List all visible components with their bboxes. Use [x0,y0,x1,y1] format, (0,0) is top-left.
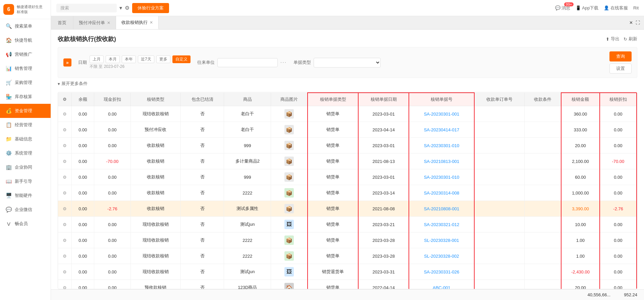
app-download[interactable]: 📱 App下载 [576,5,598,11]
filter-action-btns: 查询 设置 [609,51,632,74]
message-badge[interactable]: 💬 消息 99+ [555,5,571,11]
settings-button[interactable]: 设置 [609,63,632,74]
verify-no-link[interactable]: SA-20230314-008 [424,190,460,196]
user-name[interactable]: Rit [633,5,639,10]
cell-include_settled: 否 [181,154,224,169]
verify-no-link[interactable]: SA-20210813-001 [424,159,460,164]
date-btn-more[interactable]: 更多 [156,55,170,63]
sidebar-item-finance[interactable]: 💰资金管理 [0,104,51,118]
sidebar-item-hardware[interactable]: 🖥️智能硬件 [0,188,51,203]
row-settings-icon[interactable]: ⚙ [63,190,67,196]
settings-icon[interactable]: ⚙ [125,5,129,11]
date-btn-this-month[interactable]: 本月 [106,55,120,63]
row-settings-icon[interactable]: ⚙ [63,159,67,164]
cell-verify_no[interactable]: SA-20230301-010 [409,169,474,185]
sidebar-item-operation[interactable]: 📋经营管理 [0,118,51,132]
tab-expand-icon[interactable]: ⛶ [636,20,640,25]
row-settings-icon[interactable]: ⚙ [63,238,67,243]
expand-conditions-btn[interactable]: ▾ 展开更多条件 [58,81,637,87]
hardware-icon: 🖥️ [5,192,12,199]
cell-receipt_order_no [474,280,525,290]
verify-no-link[interactable]: SA-20230321-012 [424,222,460,227]
cell-verify_no[interactable]: SA-20210808-001 [409,201,474,217]
cell-verify_no[interactable]: SA-20230331-026 [409,264,474,280]
verify-no-link[interactable]: SA-20230301-010 [424,175,460,180]
sidebar-item-shortcut[interactable]: 🏠快捷导航 [0,33,51,47]
verify-no-link[interactable]: SL-20230328-001 [424,238,459,243]
filter-expand-btn[interactable]: » [63,58,71,67]
cell-verify_no[interactable]: ABC-001 [409,280,474,290]
row-settings-icon[interactable]: ⚙ [63,254,67,259]
solution-button[interactable]: 休验行业方案 [132,3,169,13]
sidebar-item-system[interactable]: ⚙️系统管理 [0,146,51,160]
cell-settings: ⚙ [58,185,71,201]
goods-thumbnail: 📦 [284,141,294,150]
tab-home[interactable]: 首页 [51,16,73,29]
row-settings-icon[interactable]: ⚙ [63,175,67,180]
query-button[interactable]: 查询 [609,51,632,61]
date-btn-this-year[interactable]: 本年 [122,55,136,63]
tab-close-collection[interactable]: ✕ [150,20,153,25]
cell-receipt_order_no [474,106,525,122]
sidebar-item-sales[interactable]: 📊销售管理 [0,61,51,76]
export-button[interactable]: ⬆ 导出 [606,36,620,42]
footer-verify-amount: 40,556,66... [588,292,611,297]
dropdown-icon[interactable]: ▾ [119,5,122,11]
sidebar-item-purchase[interactable]: 🛒采购管理 [0,76,51,90]
verify-no-link[interactable]: SA-20230414-017 [424,127,460,132]
row-settings-icon[interactable]: ⚙ [63,222,67,227]
tab-collection[interactable]: 收款核销执行 ✕ [116,16,159,29]
cell-include_settled: 否 [181,106,224,122]
date-btn-last-month[interactable]: 上月 [90,55,104,63]
verify-no-link[interactable]: SA-20230331-026 [424,269,460,274]
refresh-button[interactable]: ↻ 刷新 [624,36,637,42]
date-btn-custom[interactable]: 自定义 [172,55,191,63]
verify-no-link[interactable]: SA-20210808-001 [424,206,460,211]
cell-goods: 多计量商品2 [224,154,271,169]
col-header-verify_discount: 核销折扣 [600,93,637,106]
row-settings-icon[interactable]: ⚙ [63,206,67,211]
cell-receipt_order_no [474,264,525,280]
online-service[interactable]: 👤 在线客服 [604,5,628,11]
counterpart-more-btn[interactable]: ··· [280,59,287,66]
date-btn-7days[interactable]: 近7天 [138,55,154,63]
cell-balance: 0.00 [71,169,94,185]
sidebar-item-wechat[interactable]: 💬企业微信 [0,203,51,217]
cell-verify_no[interactable]: SL-20230328-001 [409,232,474,248]
sidebar-item-enterprise[interactable]: 🏢企业协同 [0,160,51,174]
voucher-type-select[interactable] [314,58,381,68]
row-settings-icon[interactable]: ⚙ [63,112,67,117]
marketing-icon: 📢 [5,51,12,57]
row-settings-icon[interactable]: ⚙ [63,285,67,290]
verify-no-link[interactable]: ABC-001 [433,285,450,290]
sidebar-item-inventory[interactable]: 🏪库存核算 [0,90,51,104]
tab-prepay[interactable]: 预付冲应付单 ✕ [73,16,116,29]
cell-verify_no[interactable]: SA-20230301-001 [409,106,474,122]
sidebar-item-guide[interactable]: 📖新手引导 [0,174,51,188]
cell-verify_no[interactable]: SA-20230301-010 [409,138,474,154]
sidebar-item-marketing[interactable]: 📢营销推广 [0,47,51,61]
row-settings-icon[interactable]: ⚙ [63,143,67,148]
counterpart-input[interactable] [217,58,278,67]
sidebar-item-member[interactable]: V畅会员 [0,217,51,231]
verify-no-link[interactable]: SA-20230301-010 [424,143,460,148]
goods-thumbnail: 🏠 [284,283,294,289]
cell-verify_no[interactable]: SA-20210813-001 [409,154,474,169]
cell-verify_no[interactable]: SL-20230328-002 [409,248,474,264]
row-settings-icon[interactable]: ⚙ [63,269,67,274]
cell-receipt_order_no [474,122,525,138]
verify-no-link[interactable]: SA-20230301-001 [424,112,460,117]
cell-verify_no[interactable]: SA-20230314-008 [409,185,474,201]
sidebar-item-search[interactable]: 🔍搜索菜单 [0,19,51,33]
cell-verify_no[interactable]: SA-20230321-012 [409,217,474,232]
cell-verify_amount: 1.00 [561,232,600,248]
member-label: 畅会员 [15,221,28,227]
search-icon: 🔍 [5,23,12,29]
sidebar-item-basicinfo[interactable]: 📁基础信息 [0,132,51,146]
cell-verify_no[interactable]: SA-20230414-017 [409,122,474,138]
row-settings-icon[interactable]: ⚙ [63,127,67,132]
tab-close-prepay[interactable]: ✕ [107,20,110,25]
cell-goods: 2222 [224,185,271,201]
tab-close-all-icon[interactable]: ✕ [629,20,633,25]
verify-no-link[interactable]: SL-20230328-002 [424,254,459,259]
